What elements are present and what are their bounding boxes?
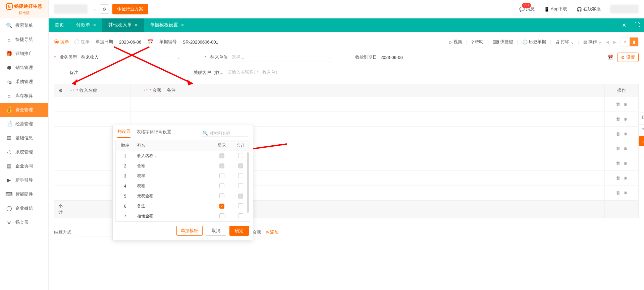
row-delete-icon[interactable]: 🗑: [616, 117, 620, 122]
sidebar-item-10[interactable]: ▤企业协同: [0, 159, 48, 173]
row-delete-icon[interactable]: 🗑: [616, 161, 620, 166]
video-link[interactable]: ▷ 视频: [449, 39, 462, 45]
tab-close-icon[interactable]: ✕: [181, 23, 184, 27]
sidebar-item-11[interactable]: ▶新手引导: [0, 173, 48, 187]
popover-search-input[interactable]: [210, 131, 247, 136]
row-delete-icon[interactable]: 🗑: [616, 146, 620, 151]
sidebar-item-7[interactable]: 📄经营管理: [0, 117, 48, 131]
popover-confirm-button[interactable]: 确定: [229, 226, 249, 236]
biz-type-select[interactable]: 往来收入 ⌄: [80, 53, 181, 62]
radio-blue[interactable]: 蓝单: [54, 39, 69, 45]
calendar-icon[interactable]: 📅: [148, 39, 153, 45]
tab-1[interactable]: 付款单✕: [70, 18, 102, 32]
operate-link[interactable]: ▤ 操作 ⌄: [583, 39, 602, 45]
popover-template-button[interactable]: 单据模板: [176, 226, 203, 236]
checkbox-icon[interactable]: ✓: [219, 153, 224, 158]
checkbox-icon[interactable]: [238, 153, 243, 158]
settings-gear-button[interactable]: ⚙: [100, 4, 109, 14]
checkbox-icon[interactable]: [238, 183, 243, 188]
partner-select[interactable]: 选择... ···: [231, 53, 332, 62]
checkbox-icon[interactable]: [238, 213, 243, 218]
sidebar-item-6[interactable]: 💰资金管理: [0, 103, 48, 117]
tab-close-all-icon[interactable]: ✕: [617, 18, 631, 32]
row-add-icon[interactable]: ⊕: [624, 102, 627, 107]
chevron-down-icon[interactable]: ⌄: [155, 154, 158, 158]
table-row[interactable]: 🗑 ⊕: [54, 97, 638, 112]
popover-cancel-button[interactable]: 取消: [206, 226, 226, 236]
cell-remark[interactable]: [164, 112, 605, 126]
row-add-icon[interactable]: ⊕: [624, 131, 627, 136]
row-delete-icon[interactable]: 🗑: [616, 102, 620, 107]
tab-close-icon[interactable]: ✕: [93, 23, 96, 27]
tab-fullscreen-icon[interactable]: ⛶: [631, 18, 644, 32]
remark-input[interactable]: [82, 71, 182, 74]
sidebar-item-9[interactable]: ◌系统管理: [0, 145, 48, 159]
sidebar-item-8[interactable]: ▤基础信息: [0, 131, 48, 145]
popover-scrollbar[interactable]: [247, 152, 249, 213]
help-link[interactable]: ? 帮助: [471, 39, 483, 45]
col-header-amount[interactable]: ▲▼ *金额: [131, 84, 164, 97]
messages-link[interactable]: 💬 消息 99+: [519, 6, 535, 12]
app-download-link[interactable]: 📱 App下载: [544, 6, 567, 12]
tab-2[interactable]: 其他收入单✕: [102, 18, 144, 32]
sidebar-item-1[interactable]: ⌂快捷导航: [0, 32, 48, 47]
row-add-icon[interactable]: ⊕: [624, 146, 627, 151]
checkbox-icon[interactable]: ✓: [219, 163, 224, 168]
checkbox-icon[interactable]: ✓: [219, 204, 224, 209]
online-service-link[interactable]: 🎧 在线客服: [577, 6, 601, 12]
cell-amount[interactable]: [131, 97, 164, 112]
sidebar-item-4[interactable]: 🛍采购管理: [0, 75, 48, 89]
prev-doc-icon[interactable]: ◀: [606, 40, 609, 45]
sidebar-item-2[interactable]: 🎁营销推广: [0, 47, 48, 61]
print-link[interactable]: 🖨 打印 ⌄: [555, 39, 574, 45]
doc-date-value[interactable]: 2023-06-06: [119, 40, 142, 45]
sidebar-item-5[interactable]: ⌂库存核算: [0, 89, 48, 103]
shortcut-link[interactable]: ⌨ 快捷键: [493, 39, 513, 45]
float-edit-icon[interactable]: ✎: [639, 124, 644, 134]
col-header-income-name[interactable]: ▲▼ *收入名称: [67, 84, 131, 97]
radio-red[interactable]: 红单: [74, 39, 90, 45]
table-row[interactable]: 🗑 ⊕: [54, 112, 638, 127]
sidebar-item-0[interactable]: 🔍搜索菜单: [0, 18, 48, 32]
checkbox-icon[interactable]: ✓: [238, 194, 243, 199]
checkbox-icon[interactable]: [238, 203, 243, 208]
col-header-remark[interactable]: 备注: [164, 84, 605, 97]
row-delete-icon[interactable]: 🗑: [616, 190, 620, 195]
popover-tab-font[interactable]: 表格字体行高设置: [137, 129, 171, 138]
row-delete-icon[interactable]: 🗑: [616, 131, 620, 136]
row-add-icon[interactable]: ⊕: [624, 175, 627, 180]
form-settings-button[interactable]: ⚙ 设置: [617, 53, 639, 62]
sidebar-item-12[interactable]: ⌨智能硬件: [0, 187, 48, 201]
popover-tab-columns[interactable]: 列设置: [117, 129, 130, 138]
cell-name[interactable]: [67, 97, 131, 112]
checkbox-icon[interactable]: ✓: [238, 163, 243, 168]
cell-name[interactable]: [67, 112, 131, 126]
tab-0[interactable]: 首页: [49, 18, 70, 32]
tab-close-icon[interactable]: ✕: [135, 23, 138, 27]
add-settlement-button[interactable]: ⊕ 添加: [265, 229, 279, 235]
float-expand-icon[interactable]: ⤢: [639, 136, 644, 146]
grid-column-settings-button[interactable]: ⚙: [54, 84, 67, 97]
checkbox-icon[interactable]: [219, 193, 224, 198]
float-note-icon[interactable]: 🗒: [639, 112, 644, 122]
view-form-icon[interactable]: ▮: [630, 38, 638, 46]
related-customer-input[interactable]: 请输入关联客户（收入单） ···: [227, 68, 327, 77]
checkbox-icon[interactable]: [219, 183, 224, 188]
sidebar-item-14[interactable]: V畅会员: [0, 215, 48, 229]
popover-search[interactable]: 🔍: [201, 130, 248, 137]
checkbox-icon[interactable]: [219, 173, 224, 178]
row-add-icon[interactable]: ⊕: [624, 117, 627, 122]
row-add-icon[interactable]: ⊕: [624, 190, 627, 195]
checkbox-icon[interactable]: [219, 213, 224, 218]
industry-plan-button[interactable]: 体验行业方案: [112, 4, 148, 14]
calendar-icon[interactable]: 📅: [607, 55, 613, 60]
sidebar-item-13[interactable]: ◯企业微信: [0, 201, 48, 215]
sidebar-item-3[interactable]: ⬢销售管理: [0, 61, 48, 75]
history-link[interactable]: 🕘 历史单据: [522, 39, 546, 45]
company-dropdown-icon[interactable]: ⌄: [93, 7, 96, 11]
cell-amount[interactable]: [131, 112, 164, 126]
row-delete-icon[interactable]: 🗑: [616, 175, 620, 180]
next-doc-icon[interactable]: ▶: [613, 40, 616, 45]
tab-3[interactable]: 单据模板设置✕: [144, 18, 190, 32]
row-add-icon[interactable]: ⊕: [624, 161, 627, 166]
